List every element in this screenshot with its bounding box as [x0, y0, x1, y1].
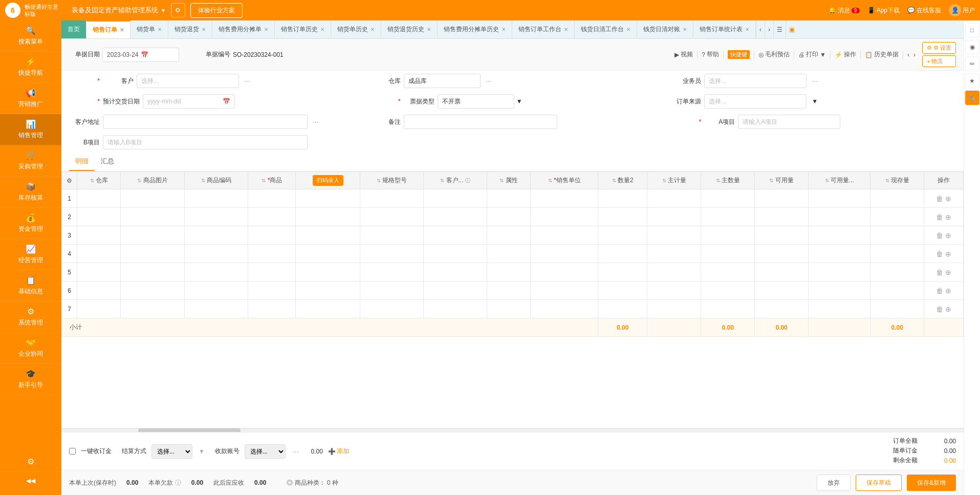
row-1-spec[interactable] — [360, 189, 423, 208]
col-current-stock[interactable]: ⇅ 现存量 — [870, 172, 924, 189]
row-7-unit[interactable] — [531, 300, 598, 318]
row-2-available[interactable] — [755, 208, 809, 226]
row-2-image[interactable] — [121, 208, 184, 226]
system-dropdown-arrow[interactable]: ▼ — [161, 8, 166, 13]
tab-prev-btn[interactable]: ‹ — [756, 20, 765, 39]
account-select[interactable]: 选择... — [245, 444, 286, 459]
sidebar-item-basic[interactable]: 📋 基础信息 — [0, 270, 61, 302]
row-1-main-qty[interactable] — [701, 189, 755, 208]
row-2-product[interactable] — [248, 208, 296, 226]
sidebar-item-enterprise[interactable]: 🤝 企业协同 — [0, 333, 61, 364]
row-7-warehouse[interactable] — [77, 300, 121, 318]
row-1-attr[interactable] — [487, 189, 530, 208]
row-6-copy-btn[interactable]: ⊕ — [945, 287, 951, 295]
tab-expense-split[interactable]: 销售费用分摊单 ✕ — [212, 20, 275, 39]
sidebar-item-sales[interactable]: 📊 销售管理 — [0, 114, 61, 145]
row-5-copy-btn[interactable]: ⊕ — [945, 268, 951, 276]
row-6-main-unit[interactable] — [647, 282, 701, 300]
row-1-qty2[interactable] — [598, 189, 647, 208]
right-btn-3[interactable]: ✏ — [965, 57, 979, 71]
tab-close-sales-return[interactable]: ✕ — [202, 27, 206, 32]
row-4-spec[interactable] — [360, 245, 423, 263]
row-1-code[interactable] — [184, 189, 248, 208]
row-5-warehouse[interactable] — [77, 263, 121, 282]
tab-daily-clear[interactable]: 钱货日清工作台 ✕ — [575, 20, 637, 39]
tab-sales-return[interactable]: 销货退货 ✕ — [168, 20, 212, 39]
row-4-copy-btn[interactable]: ⊕ — [945, 250, 951, 258]
save-new-btn[interactable]: 保存&新增 — [907, 475, 956, 491]
operation-btn[interactable]: ⚡ 操作 — [835, 50, 856, 59]
tab-delivery-history[interactable]: 销货单历史 ✕ — [331, 20, 381, 39]
a-project-input[interactable]: 请输入A项目 — [738, 115, 840, 129]
right-btn-1[interactable]: □ — [965, 23, 979, 37]
row-6-image[interactable] — [121, 282, 184, 300]
row-4-delete-btn[interactable]: 🗑 — [936, 250, 943, 258]
tab-close-sales-delivery[interactable]: ✕ — [158, 27, 162, 32]
row-7-product[interactable] — [248, 300, 296, 318]
sidebar-collapse-btn[interactable]: ◀◀ — [0, 472, 61, 490]
tab-close-stats[interactable]: ✕ — [745, 27, 749, 32]
row-1-image[interactable] — [121, 189, 184, 208]
tab-close-expense-split[interactable]: ✕ — [264, 27, 268, 32]
col-available[interactable]: ⇅ 可用量 — [755, 172, 809, 189]
tab-order-history[interactable]: 销售订单历史 ✕ — [275, 20, 331, 39]
row-4-warehouse[interactable] — [77, 245, 121, 263]
col-available2[interactable]: ⇅ 可用量... — [809, 172, 870, 189]
row-4-image[interactable] — [121, 245, 184, 263]
row-4-main-qty[interactable] — [701, 245, 755, 263]
row-5-main-qty[interactable] — [701, 263, 755, 282]
row-3-copy-btn[interactable]: ⊕ — [945, 231, 951, 240]
row-6-available[interactable] — [755, 282, 809, 300]
customer-input[interactable]: 选择... — [137, 74, 239, 88]
tab-order-workbench[interactable]: 销售订单工作台 ✕ — [512, 20, 575, 39]
row-5-spec[interactable] — [360, 263, 423, 282]
row-6-product[interactable] — [248, 282, 296, 300]
tab-menu-btn[interactable]: ☰ — [773, 20, 786, 39]
col-spec[interactable]: ⇅ 规格型号 — [360, 172, 423, 189]
row-1-available[interactable] — [755, 189, 809, 208]
row-2-customer-spec[interactable] — [424, 208, 487, 226]
row-5-customer-spec[interactable] — [424, 263, 487, 282]
row-2-current-stock[interactable] — [870, 208, 924, 226]
col-main-qty[interactable]: ⇅ 主数量 — [701, 172, 755, 189]
row-4-unit[interactable] — [531, 245, 598, 263]
salesperson-input[interactable]: 选择... — [704, 74, 807, 88]
customer-addr-input[interactable] — [103, 115, 308, 129]
row-1-current-stock[interactable] — [870, 189, 924, 208]
tab-detail[interactable]: 明细 — [69, 153, 95, 171]
tab-return-history[interactable]: 销货退货历史 ✕ — [381, 20, 438, 39]
one-click-checkbox[interactable] — [69, 448, 76, 455]
sidebar-item-system[interactable]: ⚙ 系统管理 — [0, 302, 61, 333]
row-3-product[interactable] — [248, 226, 296, 245]
tab-stats[interactable]: 销售订单统计表 ✕ — [693, 20, 756, 39]
scan-input-btn[interactable]: 扫码录入 — [313, 175, 343, 186]
sidebar-item-inventory[interactable]: 📦 库存核算 — [0, 177, 61, 208]
row-4-current-stock[interactable] — [870, 245, 924, 263]
row-6-warehouse[interactable] — [77, 282, 121, 300]
row-5-available[interactable] — [755, 263, 809, 282]
row-5-unit[interactable] — [531, 263, 598, 282]
row-2-spec[interactable] — [360, 208, 423, 226]
next-record-btn[interactable]: › — [913, 51, 916, 58]
col-customer-spec[interactable]: ⇅ 客户... ⓘ — [424, 172, 487, 189]
row-3-delete-btn[interactable]: 🗑 — [936, 231, 943, 240]
row-4-code[interactable] — [184, 245, 248, 263]
settings-small-btn[interactable]: ⚙ ⚙ 设置 — [922, 42, 956, 54]
row-7-current-stock[interactable] — [870, 300, 924, 318]
sidebar-item-search[interactable]: 🔍 搜索菜单 — [0, 20, 61, 52]
sidebar-item-purchase[interactable]: 🛒 采购管理 — [0, 145, 61, 177]
invoice-value[interactable]: 不开票 — [438, 94, 514, 109]
row-6-qty2[interactable] — [598, 282, 647, 300]
row-6-available2[interactable] — [809, 282, 870, 300]
row-4-available[interactable] — [755, 245, 809, 263]
user-btn[interactable]: 👤 用户 — [949, 4, 975, 16]
row-3-customer-spec[interactable] — [424, 226, 487, 245]
shortcut-btn[interactable]: 快捷键 — [728, 50, 750, 59]
row-2-qty2[interactable] — [598, 208, 647, 226]
row-7-attr[interactable] — [487, 300, 530, 318]
col-main-unit[interactable]: ⇅ 主计量 — [647, 172, 701, 189]
row-5-delete-btn[interactable]: 🗑 — [936, 268, 943, 276]
help-btn[interactable]: ? 帮助 — [702, 50, 719, 59]
invoice-dropdown-arrow[interactable]: ▼ — [516, 98, 522, 105]
tab-next-btn[interactable]: › — [765, 20, 773, 39]
